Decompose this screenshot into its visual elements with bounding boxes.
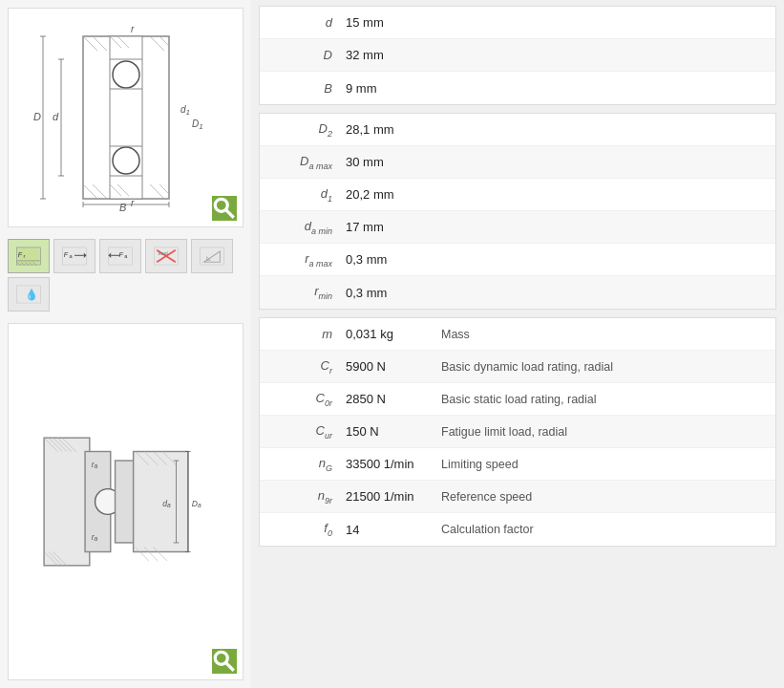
row-da-min: da min 17 mm: [260, 211, 775, 244]
value-d: 15 mm: [346, 15, 441, 30]
label-f0: f0: [260, 521, 346, 538]
disabled-button[interactable]: seal: [145, 239, 187, 273]
label-C0r: C0r: [260, 391, 346, 408]
zoom-button-bottom[interactable]: [212, 649, 237, 674]
row-D: D 32 mm: [260, 39, 775, 72]
bearing-diagram-bottom: ra ra Da da: [31, 401, 222, 602]
svg-line-97: [226, 663, 234, 671]
svg-line-9: [93, 36, 107, 51]
row-D2: D2 28,1 mm: [260, 114, 775, 146]
desc-m: Mass: [441, 328, 470, 341]
section-basic-dims: d 15 mm D 32 mm B 9 mm: [259, 6, 776, 105]
svg-text:◺: ◺: [206, 254, 211, 261]
label-ra-max: ra max: [260, 251, 346, 269]
row-f0: f0 14 Calculation factor: [260, 513, 775, 546]
svg-text:r: r: [131, 24, 135, 34]
desc-Cr: Basic dynamic load rating, radial: [441, 360, 613, 374]
svg-line-37: [226, 210, 234, 218]
fr-button[interactable]: F r: [8, 239, 50, 273]
row-rmin: rmin 0,3 mm: [260, 276, 775, 309]
svg-rect-78: [133, 452, 187, 552]
svg-text:d: d: [53, 111, 59, 122]
value-f0: 14: [346, 523, 441, 537]
value-B: 9 mm: [346, 81, 441, 96]
label-m: m: [260, 327, 346, 341]
label-D2: D2: [260, 121, 346, 139]
desc-Cur: Fatigue limit load, radial: [441, 425, 567, 439]
value-nG: 33500 1/min: [346, 457, 441, 471]
svg-line-14: [150, 184, 164, 199]
desc-C0r: Basic static load rating, radial: [441, 393, 597, 406]
label-rmin: rmin: [260, 284, 346, 301]
svg-text:Da: Da: [191, 499, 201, 508]
fa-right-button[interactable]: F a: [53, 239, 95, 273]
row-n9r: n9r 21500 1/min Reference speed: [260, 481, 775, 513]
row-d: d 15 mm: [260, 7, 775, 39]
top-diagram: D d d1 D1 B r r: [8, 8, 244, 227]
row-nG: nG 33500 1/min Limiting speed: [260, 448, 775, 481]
zoom-button-top[interactable]: [212, 196, 237, 221]
label-d: d: [260, 15, 346, 30]
label-nG: nG: [260, 456, 346, 473]
row-Cur: Cur 150 N Fatigue limit load, radial: [260, 416, 775, 448]
value-ra-max: 0,3 mm: [346, 252, 441, 267]
row-m: m 0,031 kg Mass: [260, 318, 775, 351]
svg-line-12: [83, 184, 97, 199]
bottom-diagram: ra ra Da da: [8, 323, 244, 680]
svg-rect-66: [44, 438, 90, 566]
value-D2: 28,1 mm: [346, 122, 441, 137]
svg-text:💧: 💧: [25, 288, 38, 301]
desc-nG: Limiting speed: [441, 458, 519, 471]
row-ra-max: ra max 0,3 mm: [260, 244, 775, 276]
svg-point-96: [215, 652, 227, 664]
value-n9r: 21500 1/min: [346, 489, 441, 504]
value-Cur: 150 N: [346, 424, 441, 439]
row-B: B 9 mm: [260, 72, 775, 104]
label-d1: d1: [260, 186, 346, 204]
row-d1: d1 20,2 mm: [260, 179, 775, 211]
label-D: D: [260, 48, 346, 62]
svg-line-8: [83, 36, 97, 51]
oil-button[interactable]: 💧: [8, 277, 50, 312]
svg-line-11: [159, 36, 169, 46]
label-da-min: da min: [260, 219, 346, 236]
svg-text:B: B: [119, 202, 126, 213]
svg-text:F: F: [119, 251, 124, 258]
desc-n9r: Reference speed: [441, 490, 532, 504]
value-rmin: 0,3 mm: [346, 286, 441, 300]
label-Cur: Cur: [260, 423, 346, 441]
bearing-diagram-top: D d d1 D1 B r r: [26, 17, 226, 218]
svg-text:F: F: [64, 251, 69, 258]
svg-line-13: [93, 184, 107, 199]
row-C0r: C0r 2850 N Basic static load rating, rad…: [260, 383, 775, 416]
value-D: 32 mm: [346, 48, 441, 62]
desc-f0: Calculation factor: [441, 523, 534, 536]
section-detail-dims: D2 28,1 mm Da max 30 mm d1 20,2 mm da mi…: [259, 113, 776, 310]
value-da-min: 17 mm: [346, 220, 441, 234]
row-Da-max: Da max 30 mm: [260, 146, 775, 179]
right-panel: d 15 mm D 32 mm B 9 mm D2 28,1 mm Da max…: [251, 0, 784, 688]
svg-text:D: D: [33, 111, 41, 122]
row-Cr: Cr 5900 N Basic dynamic load rating, rad…: [260, 351, 775, 383]
label-Cr: Cr: [260, 358, 346, 376]
svg-text:r: r: [23, 253, 25, 259]
svg-line-15: [159, 184, 169, 194]
svg-line-10: [150, 36, 164, 51]
value-m: 0,031 kg: [346, 327, 441, 341]
section-properties: m 0,031 kg Mass Cr 5900 N Basic dynamic …: [259, 317, 776, 547]
svg-text:D1: D1: [192, 118, 203, 131]
value-d1: 20,2 mm: [346, 187, 441, 202]
value-Cr: 5900 N: [346, 359, 441, 374]
label-B: B: [260, 81, 346, 96]
value-C0r: 2850 N: [346, 392, 441, 406]
label-Da-max: Da max: [260, 154, 346, 171]
svg-rect-77: [115, 461, 135, 543]
svg-text:seal: seal: [159, 250, 168, 256]
svg-point-36: [215, 199, 227, 211]
left-panel: D d d1 D1 B r r: [0, 0, 251, 688]
fa-left-button[interactable]: F a: [99, 239, 141, 273]
value-Da-max: 30 mm: [346, 155, 441, 169]
label-n9r: n9r: [260, 488, 346, 505]
svg-text:F: F: [18, 251, 23, 258]
svg-text:d1: d1: [180, 104, 190, 117]
